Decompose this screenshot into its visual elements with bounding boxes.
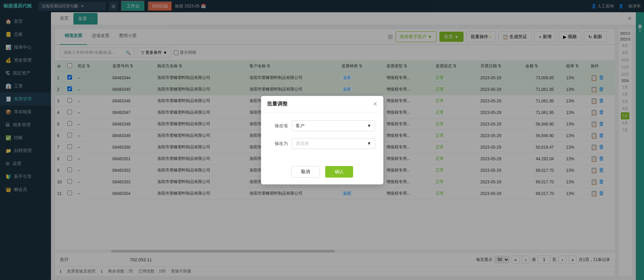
modal-overlay[interactable]: 批量调整 ✕ 修改项 客户 ▼ 修改为 请选择 ▼ 取消 确认 — [0, 0, 644, 280]
modify-field-row: 修改项 客户 ▼ — [269, 120, 375, 131]
value-dropdown-icon: ▼ — [367, 141, 371, 146]
modal-confirm-btn[interactable]: 确认 — [325, 166, 353, 178]
field-dropdown-icon: ▼ — [367, 123, 371, 128]
batch-adjust-modal: 批量调整 ✕ 修改项 客户 ▼ 修改为 请选择 ▼ 取消 确认 — [261, 96, 383, 184]
modify-value-label: 修改为 — [269, 141, 288, 147]
modify-value-row: 修改为 请选择 ▼ — [269, 138, 375, 149]
modal-close-btn[interactable]: ✕ — [373, 101, 377, 107]
modify-field-value: 客户 — [296, 123, 304, 129]
modal-title: 批量调整 — [267, 101, 288, 107]
modify-value-select[interactable]: 请选择 ▼ — [292, 138, 375, 149]
modal-header: 批量调整 ✕ — [261, 96, 383, 112]
modal-cancel-btn[interactable]: 取消 — [291, 166, 320, 178]
modify-field-select[interactable]: 客户 ▼ — [292, 120, 375, 131]
modify-field-label: 修改项 — [269, 123, 288, 129]
modal-footer: 取消 确认 — [261, 163, 383, 184]
modal-body: 修改项 客户 ▼ 修改为 请选择 ▼ — [261, 112, 383, 163]
modify-value-placeholder: 请选择 — [296, 141, 309, 147]
